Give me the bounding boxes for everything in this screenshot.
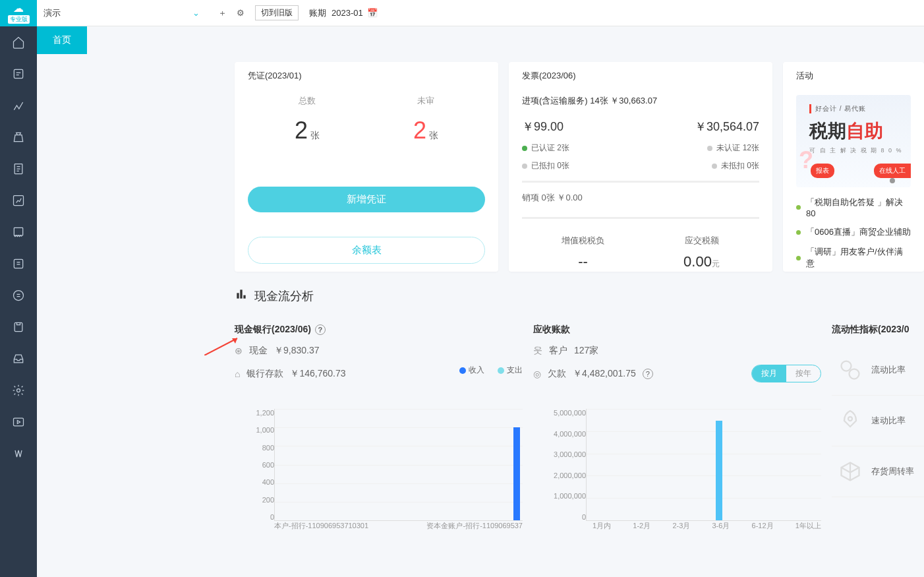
plus-icon[interactable]: ＋ xyxy=(213,7,231,19)
legend-expense: 支出 xyxy=(498,365,523,376)
inbox-icon[interactable] xyxy=(0,343,37,375)
archive-icon[interactable] xyxy=(0,311,37,343)
invoice-purchase-line: 进项(含运输服务) 14张 ￥30,663.07 xyxy=(522,95,759,107)
toggle-year[interactable]: 按年 xyxy=(786,365,821,382)
customer-line: 웃 客户 127家 xyxy=(533,345,821,357)
plot-area xyxy=(274,409,523,521)
vip-icon[interactable] xyxy=(0,438,37,470)
company-dropdown[interactable]: 演示 ⌄ xyxy=(43,7,200,19)
voucher-unreviewed-label: 未审 xyxy=(413,95,438,107)
svg-rect-10 xyxy=(240,289,242,298)
divider-2 xyxy=(522,217,759,219)
receivable-title: 应收账款 xyxy=(533,324,821,336)
tax-payable-unit: 元 xyxy=(712,259,720,268)
voucher-card: 凭证(2023/01) 总数 2张 未审 2张 新增凭证 余额表 xyxy=(235,62,498,272)
period-toggle: 按月 按年 xyxy=(751,365,821,382)
invoice-title: 发票(2023/06) xyxy=(522,70,759,82)
period-label: 账期 xyxy=(309,7,326,19)
x-label: 资本金账户-招行-1109069537 xyxy=(426,521,523,541)
banner-badge-support: 在线人工 xyxy=(874,164,911,178)
calc-icon[interactable] xyxy=(0,280,37,311)
user-icon: 웃 xyxy=(533,345,542,357)
x-axis: 本户-招行-110906953710301 资本金账户-招行-110906953… xyxy=(274,521,523,541)
bullet-icon xyxy=(796,256,801,260)
svg-rect-4 xyxy=(14,259,22,268)
voucher-title: 凭证(2023/01) xyxy=(248,70,485,82)
activity-item[interactable]: 「0606直播」商贸企业辅助 xyxy=(796,226,911,238)
settings-icon[interactable]: ⚙ xyxy=(231,8,250,18)
cash-bank-chart: 1,2001,0008006004002000 本户-招行-1109069537… xyxy=(235,409,523,541)
ledger-icon[interactable] xyxy=(0,153,37,185)
activity-list: 「税期自助化答疑 」解决80 「0606直播」商贸企业辅助 「调研」用友客户/伙… xyxy=(796,197,911,272)
report-icon[interactable] xyxy=(0,90,37,121)
voucher-unit-2: 张 xyxy=(429,130,438,140)
toggle-month[interactable]: 按月 xyxy=(752,365,786,382)
gear-icon[interactable] xyxy=(0,375,37,406)
voucher-icon[interactable] xyxy=(0,58,37,90)
svg-point-15 xyxy=(850,369,859,379)
liquidity-item[interactable]: 速动比率 xyxy=(832,396,924,446)
invoice-amount-left: ￥99.00 xyxy=(522,119,563,135)
balance-sheet-button[interactable]: 余额表 xyxy=(248,237,485,264)
invoice-deducted: 已抵扣 0张 xyxy=(522,160,641,171)
deposit-line: ⌂ 银行存款 ￥146,760.73 xyxy=(235,368,346,380)
chart-bar[interactable] xyxy=(513,427,520,520)
banner-badge-report: 报表 xyxy=(811,164,834,178)
chart-bar[interactable] xyxy=(716,421,722,520)
banner-headline: 税期自助 xyxy=(809,119,911,144)
invoice-amount-right: ￥30,564.07 xyxy=(695,119,759,135)
divider xyxy=(522,181,759,183)
svg-rect-11 xyxy=(243,295,245,299)
invoice-sales-line: 销项 0张 ￥0.00 xyxy=(522,192,759,204)
logo: ☁ 专业版 xyxy=(0,0,37,26)
tax-icon[interactable] xyxy=(0,248,37,280)
svg-rect-3 xyxy=(14,228,22,235)
activity-item[interactable]: 「调研」用友客户/伙伴满意 xyxy=(796,246,911,270)
tabbar: 首页 xyxy=(37,26,924,55)
topbar: 演示 ⌄ ＋ ⚙ 切到旧版 账期 2023-01 📅 xyxy=(37,0,924,26)
annotation-arrow-icon xyxy=(204,336,244,355)
liquidity-item[interactable]: 存货周转率 xyxy=(832,446,924,497)
liquidity-item[interactable]: 流动比率 xyxy=(832,345,924,396)
cash-bank-card: 现金银行(2023/06) ? ⊛ 现金 ￥9,830.37 ⌂ 银行存款 ￥1… xyxy=(235,324,523,541)
voucher-unreviewed: 未审 2张 xyxy=(413,95,438,144)
activity-card: 活动 好会计 / 易代账 税期自助 可 自 主 解 决 税 期 8 0 % ? … xyxy=(783,62,924,272)
tab-home[interactable]: 首页 xyxy=(37,26,87,54)
debt-line: ◎ 欠款 ￥4,482,001.75 ? xyxy=(533,368,653,380)
edition-badge: 专业版 xyxy=(8,15,30,24)
y-axis: 5,000,0004,000,0003,000,0002,000,0001,00… xyxy=(533,409,586,521)
invoice-uncertified: 未认证 12张 xyxy=(641,142,759,154)
receipt-icon[interactable] xyxy=(0,216,37,248)
activity-item[interactable]: 「税期自助化答疑 」解决80 xyxy=(796,197,911,218)
activity-banner[interactable]: 好会计 / 易代账 税期自助 可 自 主 解 决 税 期 8 0 % ? 报表 … xyxy=(796,95,911,187)
money-bag-icon[interactable] xyxy=(0,121,37,153)
tax-payable-value: 0.00 xyxy=(683,253,712,270)
bullet-icon xyxy=(796,230,801,235)
old-version-button[interactable]: 切到旧版 xyxy=(255,5,299,20)
voucher-total: 总数 2张 xyxy=(295,95,320,144)
receivable-chart: 5,000,0004,000,0003,000,0002,000,0001,00… xyxy=(533,409,821,541)
cloud-icon: ☁ xyxy=(13,3,24,14)
calendar-icon[interactable]: 📅 xyxy=(367,8,378,18)
main-content: 凭证(2023/01) 总数 2张 未审 2张 新增凭证 余额表 发票(2023… xyxy=(37,55,924,541)
invoice-card: 发票(2023/06) 进项(含运输服务) 14张 ￥30,663.07 ￥99… xyxy=(509,62,772,272)
dot-cyan-icon xyxy=(498,367,504,374)
dot-green-icon xyxy=(522,146,527,151)
help-icon[interactable]: ? xyxy=(643,369,653,379)
bar-chart-icon xyxy=(235,288,248,304)
company-name: 演示 xyxy=(43,7,61,19)
bank-icon: ⌂ xyxy=(235,369,240,379)
svg-point-14 xyxy=(842,361,852,371)
chart-legend: 收入 支出 xyxy=(459,365,523,376)
help-icon[interactable]: ? xyxy=(315,324,326,335)
banner-top: 好会计 / 易代账 xyxy=(809,104,911,113)
video-icon[interactable] xyxy=(0,406,37,438)
dot-gray-icon-2 xyxy=(522,164,527,169)
chart-icon[interactable] xyxy=(0,185,37,216)
ratio-icon xyxy=(838,358,862,382)
add-voucher-button[interactable]: 新增凭证 xyxy=(248,187,485,212)
home-icon[interactable] xyxy=(0,26,37,58)
voucher-unreviewed-value: 2 xyxy=(413,117,426,144)
svg-rect-9 xyxy=(237,293,239,298)
carousel-dot[interactable] xyxy=(890,178,895,183)
